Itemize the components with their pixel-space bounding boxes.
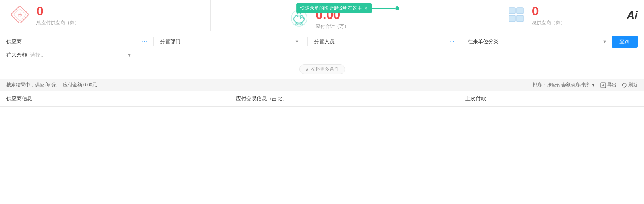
tooltip-close-btn[interactable]: × [364,5,368,11]
filter-category: 往来单位分类 ▼ [468,37,608,46]
svg-line-7 [298,23,298,25]
stat-total-suppliers: 0 总供应商（家） Ai [427,0,644,31]
category-label: 往来单位分类 [468,38,499,45]
result-bar: 搜索结果中，供应商0家 应付金额 0.00元 排序：按应付会额倒序排序 ▼ 导出… [0,79,644,91]
result-bar-right: 排序：按应付会额倒序排序 ▼ 导出 刷新 [533,82,638,88]
export-icon [600,82,606,88]
filter-balance: 往来余额 选择... ▼ [6,51,133,59]
balance-select[interactable]: 选择... [30,51,133,59]
total-payable-suppliers-number: 0 [36,4,79,18]
col-supplier-header: 供应商信息 [6,95,236,102]
filter-row-2: 往来余额 选择... ▼ [6,51,638,59]
table-header: 供应商信息 应付交易信息（占比） 上次付款 [0,91,644,107]
supplier-input[interactable] [25,37,140,46]
filter-person: 分管人员 ··· [314,37,455,46]
diamond-icon: 米 [10,4,30,26]
col-lastpay-header: 上次付款 [465,95,638,102]
collapse-row: ∧ 收起更多条件 [6,63,638,76]
table-body [0,107,644,194]
col-transaction-header: 应付交易信息（占比） [236,95,466,102]
total-suppliers-number: 0 [532,4,565,18]
svg-text:米: 米 [17,12,23,17]
divider-2 [307,37,308,46]
svg-rect-11 [509,8,515,14]
collapse-label: 收起更多条件 [311,66,339,72]
balance-select-wrapper: 选择... ▼ [30,51,133,59]
dept-label: 分管部门 [160,38,181,45]
filter-supplier: 供应商 ··· [6,37,147,46]
stat-total-payable-amount: 快速录单的快捷键说明在这里 × 0.00 [211,0,428,31]
divider-3 [461,37,461,46]
result-bar-left: 搜索结果中，供应商0家 应付金额 0.00元 [6,82,97,88]
dept-select[interactable] [184,37,301,46]
category-select[interactable] [502,37,608,46]
filter-dept: 分管部门 ▼ [160,37,301,46]
total-amount-label: 应付合计（万） [316,23,349,30]
tooltip-text: 快速录单的快捷键说明在这里 [300,5,362,11]
ai-label: Ai [627,9,638,22]
refresh-label: 刷新 [628,82,638,88]
dept-select-wrapper: ▼ [184,37,301,46]
total-suppliers-label: 总供应商（家） [532,19,565,26]
ai-button[interactable]: Ai [627,9,638,22]
stat-total-payable-suppliers: 米 0 总应付供应商（家） [0,0,211,31]
sort-label: 排序：按应付会额倒序排序 [533,82,590,88]
grid-icon [507,5,526,25]
supplier-label: 供应商 [6,38,22,45]
refresh-button[interactable]: 刷新 [621,82,638,88]
category-select-wrapper: ▼ [502,37,608,46]
filter-row-1: 供应商 ··· 分管部门 ▼ 分管人员 ··· 往来单位分类 [6,36,638,48]
supplier-dots-btn[interactable]: ··· [142,38,147,45]
tooltip-bar: 快速录单的快捷键说明在这里 × [296,3,372,13]
person-dots-btn[interactable]: ··· [449,38,454,45]
balance-label: 往来余额 [6,51,27,59]
person-input[interactable] [338,37,448,46]
svg-rect-12 [517,8,523,14]
result-amount: 应付金额 0.00元 [63,82,97,88]
sort-button[interactable]: 排序：按应付会额倒序排序 ▼ [533,82,596,88]
svg-rect-14 [517,15,523,22]
export-label: 导出 [607,82,617,88]
sort-arrow-icon: ▼ [591,82,596,88]
stats-bar: 米 0 总应付供应商（家） 快速录单的快捷键说明在这里 × [0,0,644,31]
tooltip-dot [395,6,399,10]
export-button[interactable]: 导出 [600,82,617,88]
svg-point-10 [300,17,301,19]
total-payable-suppliers-label: 总应付供应商（家） [36,19,79,26]
collapse-up-icon: ∧ [305,67,309,72]
svg-line-8 [300,23,300,25]
collapse-button[interactable]: ∧ 收起更多条件 [299,64,345,74]
refresh-icon [621,82,627,88]
svg-rect-13 [509,15,515,22]
filter-bar: 供应商 ··· 分管部门 ▼ 分管人员 ··· 往来单位分类 [0,31,644,79]
query-button[interactable]: 查询 [612,36,638,48]
svg-point-4 [294,15,304,23]
result-supplier-count: 搜索结果中，供应商0家 [6,82,57,88]
divider-1 [153,37,154,46]
person-label: 分管人员 [314,38,335,45]
